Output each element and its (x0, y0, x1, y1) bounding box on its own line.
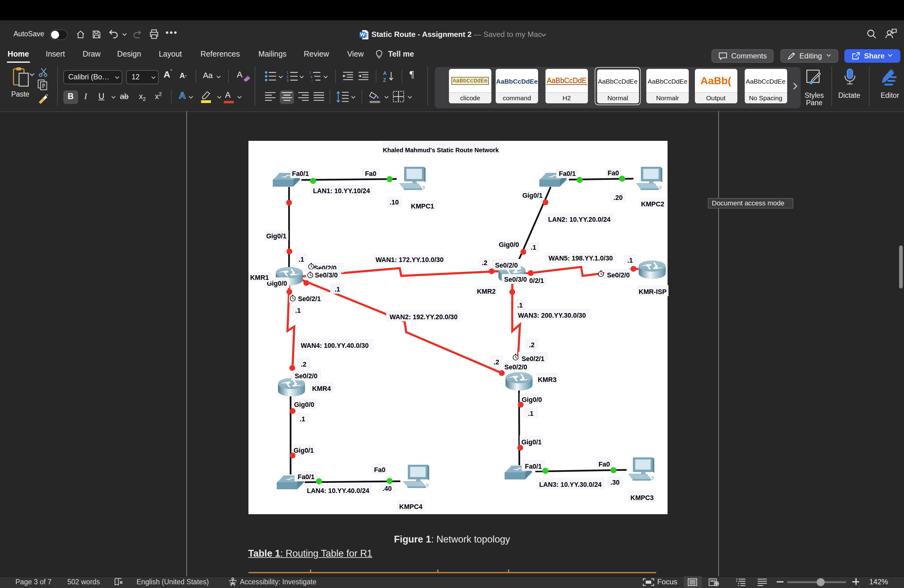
svg-text:Fa0/1: Fa0/1 (297, 473, 314, 481)
svg-text:.10: .10 (389, 198, 398, 206)
svg-text:.1: .1 (295, 307, 300, 314)
svg-text:LAN2: 10.YY.20.0/24: LAN2: 10.YY.20.0/24 (548, 216, 610, 223)
svg-text:Khaled Mahmud's Static Route N: Khaled Mahmud's Static Route Network (382, 146, 499, 153)
svg-text:i: i (312, 79, 312, 82)
svg-text:KMPC1: KMPC1 (411, 202, 433, 210)
svg-text:1: 1 (286, 71, 288, 74)
svg-text:.2: .2 (482, 259, 487, 266)
svg-text:.1: .1 (627, 256, 632, 264)
svg-text:KMPC3: KMPC3 (630, 494, 653, 501)
svg-text:.1: .1 (530, 243, 536, 251)
svg-text:.1: .1 (298, 256, 304, 263)
svg-text:W: W (360, 32, 365, 37)
svg-text:Se0/2/0: Se0/2/0 (294, 372, 317, 379)
svg-text:KMR2: KMR2 (477, 288, 495, 295)
svg-text:KMPC4: KMPC4 (399, 503, 422, 510)
svg-text:a: a (311, 75, 312, 78)
svg-text:Gig0/1: Gig0/1 (522, 191, 542, 199)
svg-text:.40: .40 (382, 485, 392, 492)
svg-text:LAN3: 10.YY.30.0/24: LAN3: 10.YY.30.0/24 (539, 481, 601, 488)
svg-text:WAN5: 198.YY.1.0/30: WAN5: 198.YY.1.0/30 (548, 254, 613, 262)
svg-text:Gig0/1: Gig0/1 (293, 447, 314, 454)
svg-text:Fa0: Fa0 (365, 170, 376, 177)
svg-text:Se0/3/0: Se0/3/0 (315, 271, 337, 279)
svg-text:Fa0: Fa0 (607, 169, 619, 177)
svg-text:WAN3: 200.YY.30.0/30: WAN3: 200.YY.30.0/30 (517, 311, 585, 319)
svg-text:3: 3 (286, 79, 288, 82)
svg-text:Gig0/1: Gig0/1 (521, 438, 542, 446)
svg-text:2: 2 (286, 75, 288, 78)
svg-text:Gig0/1: Gig0/1 (266, 232, 286, 240)
svg-text:.20: .20 (613, 194, 622, 201)
svg-text:Gig0/0: Gig0/0 (522, 396, 542, 403)
svg-text:A: A (383, 71, 387, 76)
svg-text:.1: .1 (528, 409, 533, 417)
svg-text:Se0/2/0: Se0/2/0 (504, 363, 527, 371)
svg-text:Fa0/1: Fa0/1 (525, 463, 542, 470)
svg-text:KMR1: KMR1 (250, 274, 269, 281)
svg-text:Z: Z (383, 77, 386, 83)
svg-text:Se0/3/0: Se0/3/0 (504, 275, 526, 283)
svg-text:Gig0/0: Gig0/0 (294, 401, 314, 408)
svg-text:WAN4: 100.YY.40.0/30: WAN4: 100.YY.40.0/30 (300, 341, 368, 349)
svg-text:WAN2: 192.YY.20.0/30: WAN2: 192.YY.20.0/30 (389, 313, 457, 321)
svg-text:.30: .30 (610, 479, 619, 486)
svg-text:Fa0/1: Fa0/1 (559, 170, 575, 177)
svg-text:Se0/2/0: Se0/2/0 (495, 261, 517, 269)
svg-text:.1: .1 (299, 415, 305, 422)
svg-text:1: 1 (309, 71, 311, 74)
svg-text:.1: .1 (334, 285, 340, 293)
svg-text:KMR3: KMR3 (537, 376, 556, 383)
svg-text:Fa0: Fa0 (374, 466, 385, 473)
svg-text:LAN4: 10.YY.40.0/24: LAN4: 10.YY.40.0/24 (307, 487, 369, 494)
svg-text:KMPC2: KMPC2 (641, 200, 664, 207)
svg-text:Fa0: Fa0 (598, 460, 609, 468)
svg-text:WAN1: 172.YY.10.0/30: WAN1: 172.YY.10.0/30 (375, 256, 443, 263)
svg-text:Gig0/0: Gig0/0 (498, 241, 519, 248)
svg-text:KMR-ISP: KMR-ISP (638, 288, 666, 295)
svg-text:Se0/2/0: Se0/2/0 (607, 271, 629, 279)
svg-text:.2: .2 (529, 341, 534, 348)
svg-text:Se0/2/1: Se0/2/1 (298, 295, 321, 302)
svg-text:KMR4: KMR4 (312, 385, 330, 392)
svg-text:.1: .1 (517, 301, 522, 309)
svg-text:.2: .2 (301, 360, 306, 368)
svg-text:Fa0/1: Fa0/1 (292, 170, 309, 177)
svg-text:.2: .2 (493, 358, 499, 366)
svg-text:LAN1: 10.YY.10/24: LAN1: 10.YY.10/24 (313, 187, 370, 194)
